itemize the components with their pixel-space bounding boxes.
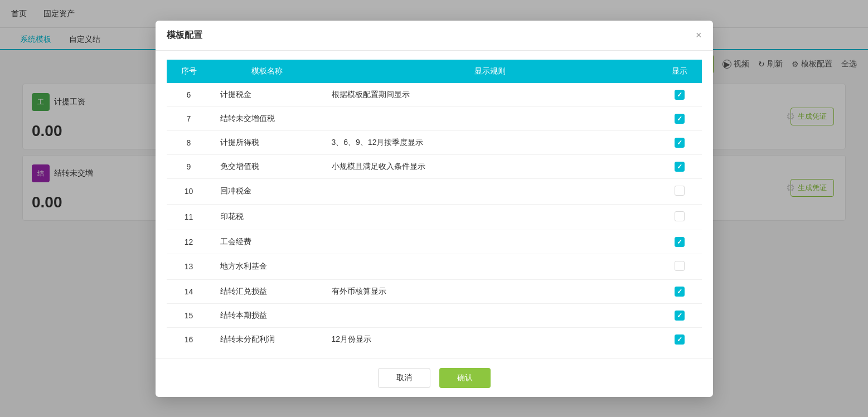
row-seq: 7 — [167, 106, 211, 130]
col-header-name: 模板名称 — [211, 60, 323, 83]
modal-footer: 取消 确认 — [156, 358, 713, 397]
row-checkbox-cell — [657, 130, 702, 154]
row-rule: 有外币核算显示 — [323, 279, 657, 303]
table-row: 11印花税 — [167, 204, 702, 230]
row-name: 回冲税金 — [211, 178, 323, 204]
modal-close-button[interactable]: × — [696, 30, 702, 40]
row-checkbox[interactable] — [675, 162, 685, 172]
row-checkbox[interactable] — [675, 311, 685, 321]
row-checkbox-cell — [657, 254, 702, 279]
row-checkbox-cell — [657, 303, 702, 327]
row-checkbox-cell — [657, 327, 702, 350]
row-name: 免交增值税 — [211, 154, 323, 178]
col-header-seq: 序号 — [167, 60, 211, 83]
row-seq: 16 — [167, 327, 211, 350]
row-seq: 9 — [167, 154, 211, 178]
row-checkbox-cell — [657, 106, 702, 130]
row-checkbox-cell — [657, 154, 702, 178]
row-rule: 12月份显示 — [323, 327, 657, 350]
row-seq: 15 — [167, 303, 211, 327]
row-checkbox[interactable] — [675, 138, 685, 148]
row-seq: 6 — [167, 83, 211, 107]
table-row: 8计提所得税3、6、9、12月按季度显示 — [167, 130, 702, 154]
row-checkbox[interactable] — [675, 90, 685, 100]
row-checkbox[interactable] — [675, 261, 685, 271]
row-name: 地方水利基金 — [211, 254, 323, 279]
table-row: 15结转本期损益 — [167, 303, 702, 327]
row-checkbox[interactable] — [675, 211, 685, 221]
row-checkbox-cell — [657, 230, 702, 254]
table-row: 7结转未交增值税 — [167, 106, 702, 130]
row-rule: 根据模板配置期间显示 — [323, 83, 657, 107]
cancel-button[interactable]: 取消 — [378, 368, 430, 388]
row-name: 结转未交增值税 — [211, 106, 323, 130]
row-rule: 3、6、9、12月按季度显示 — [323, 130, 657, 154]
row-rule — [323, 204, 657, 230]
row-rule: 小规模且满足收入条件显示 — [323, 154, 657, 178]
table-row: 9免交增值税小规模且满足收入条件显示 — [167, 154, 702, 178]
col-header-rule: 显示规则 — [323, 60, 657, 83]
row-name: 计提税金 — [211, 83, 323, 107]
modal-overlay: 模板配置 × 序号 模板名称 显示规则 显示 6计提税金根据模板配置期间显 — [0, 0, 868, 417]
row-rule — [323, 254, 657, 279]
modal-template-config: 模板配置 × 序号 模板名称 显示规则 显示 6计提税金根据模板配置期间显 — [156, 21, 713, 397]
confirm-button[interactable]: 确认 — [439, 368, 491, 388]
row-checkbox-cell — [657, 83, 702, 107]
table-row: 13地方水利基金 — [167, 254, 702, 279]
row-name: 计提所得税 — [211, 130, 323, 154]
row-checkbox[interactable] — [675, 186, 685, 196]
row-name: 结转未分配利润 — [211, 327, 323, 350]
row-name: 结转汇兑损益 — [211, 279, 323, 303]
table-row: 12工会经费 — [167, 230, 702, 254]
row-rule — [323, 303, 657, 327]
table-row: 6计提税金根据模板配置期间显示 — [167, 83, 702, 107]
row-name: 结转本期损益 — [211, 303, 323, 327]
table-row: 10回冲税金 — [167, 178, 702, 204]
row-name: 印花税 — [211, 204, 323, 230]
row-checkbox-cell — [657, 204, 702, 230]
row-checkbox[interactable] — [675, 334, 685, 345]
modal-body: 序号 模板名称 显示规则 显示 6计提税金根据模板配置期间显示7结转未交增值税8… — [156, 51, 713, 358]
row-checkbox[interactable] — [675, 114, 685, 124]
table-row: 16结转未分配利润12月份显示 — [167, 327, 702, 350]
row-checkbox-cell — [657, 279, 702, 303]
modal-header: 模板配置 × — [156, 21, 713, 51]
row-name: 工会经费 — [211, 230, 323, 254]
row-rule — [323, 178, 657, 204]
row-seq: 8 — [167, 130, 211, 154]
row-seq: 12 — [167, 230, 211, 254]
row-seq: 14 — [167, 279, 211, 303]
modal-title: 模板配置 — [167, 30, 202, 41]
row-checkbox-cell — [657, 178, 702, 204]
row-checkbox[interactable] — [675, 237, 685, 247]
row-seq: 13 — [167, 254, 211, 279]
row-checkbox[interactable] — [675, 287, 685, 297]
table-scroll-area[interactable]: 序号 模板名称 显示规则 显示 6计提税金根据模板配置期间显示7结转未交增值税8… — [167, 60, 702, 350]
config-table: 序号 模板名称 显示规则 显示 6计提税金根据模板配置期间显示7结转未交增值税8… — [167, 60, 702, 350]
row-rule — [323, 106, 657, 130]
col-header-display: 显示 — [657, 60, 702, 83]
row-seq: 11 — [167, 204, 211, 230]
row-rule — [323, 230, 657, 254]
table-row: 14结转汇兑损益有外币核算显示 — [167, 279, 702, 303]
row-seq: 10 — [167, 178, 211, 204]
